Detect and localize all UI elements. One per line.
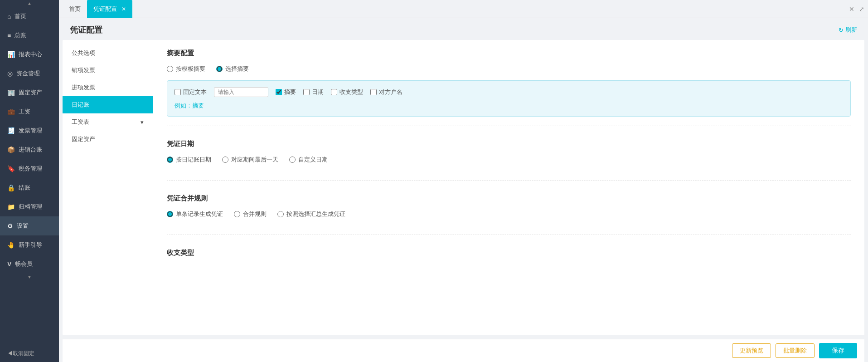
nav-item-fixed-assets-nav[interactable]: 固定资产 (63, 131, 153, 148)
sidebar-item-guide[interactable]: 🤚 新手引导 (0, 235, 59, 254)
main-area: 首页 凭证配置 ✕ ✕ ⤢ 凭证配置 ↻ 刷新 公共选项 (59, 0, 868, 362)
example-text: 例如：摘要 (175, 102, 204, 109)
save-button[interactable]: 保存 (819, 343, 857, 358)
update-preview-button[interactable]: 更新预览 (732, 343, 771, 358)
template-summary-radio[interactable] (167, 66, 173, 72)
summary-checkbox[interactable] (276, 89, 282, 95)
sidebar-item-label: 总账 (15, 31, 26, 39)
closing-icon: 🔒 (7, 184, 15, 191)
sidebar-item-home[interactable]: ⌂ 首页 (0, 7, 59, 26)
merge-rules-option[interactable]: 合并规则 (234, 210, 267, 218)
sidebar-item-closing[interactable]: 🔒 结账 (0, 178, 59, 197)
sidebar-item-general-ledger[interactable]: ≡ 总账 (0, 26, 59, 45)
last-day-period-label: 对应期间最后一天 (231, 156, 278, 164)
fixed-text-label: 固定文本 (183, 88, 207, 96)
counterpart-check-label: 对方户名 (379, 88, 402, 96)
refresh-button[interactable]: ↻ 刷新 (839, 26, 857, 34)
batch-delete-button[interactable]: 批量删除 (776, 343, 815, 358)
nav-item-sales-invoice[interactable]: 销项发票 (63, 62, 153, 79)
custom-date-radio[interactable] (289, 157, 296, 163)
merge-rules-radio-group: 单条记录生成凭证 合并规则 按照选择汇总生成凭证 (167, 210, 851, 218)
select-summary-radio[interactable] (216, 66, 223, 72)
nav-item-purchase-invoice[interactable]: 进项发票 (63, 79, 153, 96)
nav-item-label: 日记账 (72, 101, 89, 109)
sidebar-item-reports[interactable]: 📊 报表中心 (0, 45, 59, 64)
nav-item-payroll-table[interactable]: 工资表 ▾ (63, 113, 153, 131)
single-record-radio[interactable] (167, 211, 173, 217)
single-record-label: 单条记录生成凭证 (176, 210, 223, 218)
merge-rules-radio[interactable] (234, 211, 240, 217)
home-icon: ⌂ (7, 13, 11, 20)
sidebar-item-payroll[interactable]: 💼 工资 (0, 102, 59, 121)
nav-item-journal[interactable]: 日记账 (63, 96, 153, 113)
by-selection-radio[interactable] (277, 211, 284, 217)
last-day-period-radio[interactable] (222, 157, 228, 163)
sidebar-item-label: 发票管理 (19, 127, 42, 135)
voucher-date-radio-group: 按日记账日期 对应期间最后一天 自定义日期 (167, 156, 851, 164)
unpin-label: ◀取消固定 (7, 350, 34, 357)
nav-item-label: 公共选项 (72, 49, 95, 57)
summary-check-option[interactable]: 摘要 (276, 88, 296, 96)
counterpart-checkbox[interactable] (370, 89, 377, 95)
income-type-check-label: 收支类型 (339, 88, 363, 96)
income-type-check-option[interactable]: 收支类型 (331, 88, 363, 96)
income-type-checkbox[interactable] (331, 89, 337, 95)
bottom-bar: 更新预览 批量删除 保存 (63, 339, 864, 362)
summary-check-label: 摘要 (284, 88, 296, 96)
date-check-label: 日期 (312, 88, 324, 96)
summary-options-row: 固定文本 摘要 日期 (175, 87, 843, 97)
merge-rules-label: 合并规则 (243, 210, 267, 218)
template-summary-label: 按模板摘要 (176, 65, 205, 73)
tab-bar-actions: ✕ ⤢ (849, 5, 864, 13)
tab-home[interactable]: 首页 (63, 0, 87, 18)
sidebar-item-invoice-mgmt[interactable]: 🧾 发票管理 (0, 121, 59, 140)
summary-example: 例如：摘要 (175, 102, 843, 110)
select-summary-option[interactable]: 选择摘要 (216, 65, 249, 73)
nav-item-label: 进项发票 (72, 83, 95, 92)
sidebar-unpin-button[interactable]: ◀取消固定 (0, 345, 59, 362)
fixed-text-option[interactable]: 固定文本 (175, 88, 207, 96)
fixed-text-checkbox[interactable] (175, 89, 181, 95)
summary-radio-group: 按模板摘要 选择摘要 (167, 65, 851, 73)
sidebar-item-settings[interactable]: ⚙ 设置 (0, 216, 59, 235)
by-journal-date-radio[interactable] (167, 157, 173, 163)
sidebar-item-fixed-assets[interactable]: 🏢 固定资产 (0, 83, 59, 102)
member-icon: V (7, 260, 11, 268)
date-check-option[interactable]: 日期 (303, 88, 324, 96)
sidebar-scroll-down[interactable]: ▼ (0, 274, 59, 280)
sidebar-item-label: 工资 (19, 108, 30, 116)
expand-window-icon[interactable]: ⤢ (859, 5, 864, 13)
archive-icon: 📁 (7, 203, 15, 210)
custom-date-option[interactable]: 自定义日期 (289, 156, 328, 164)
fixed-text-input[interactable] (214, 87, 268, 97)
template-summary-option[interactable]: 按模板摘要 (167, 65, 205, 73)
income-type-section: 收支类型 (167, 249, 851, 274)
last-day-period-option[interactable]: 对应期间最后一天 (222, 156, 278, 164)
sidebar-item-funds[interactable]: ◎ 资金管理 (0, 64, 59, 83)
sidebar-item-tax-mgmt[interactable]: 🔖 税务管理 (0, 159, 59, 178)
ledger-icon: ≡ (7, 32, 11, 39)
nav-item-public-options[interactable]: 公共选项 (63, 44, 153, 62)
by-journal-date-label: 按日记账日期 (176, 156, 211, 164)
tab-home-label: 首页 (69, 5, 81, 13)
voucher-date-title: 凭证日期 (167, 140, 851, 148)
left-nav: 公共选项 销项发票 进项发票 日记账 工资表 ▾ 固定资产 (63, 40, 153, 335)
single-record-option[interactable]: 单条记录生成凭证 (167, 210, 223, 218)
by-journal-date-option[interactable]: 按日记账日期 (167, 156, 211, 164)
sidebar-item-label: 固定资产 (19, 88, 42, 97)
counterpart-check-option[interactable]: 对方户名 (370, 88, 402, 96)
tab-close-icon[interactable]: ✕ (121, 6, 126, 12)
custom-date-label: 自定义日期 (298, 156, 328, 164)
summary-options-box: 固定文本 摘要 日期 (167, 80, 851, 117)
sidebar-item-archive-mgmt[interactable]: 📁 归档管理 (0, 197, 59, 216)
sidebar-item-purchases-sales[interactable]: 📦 进销台账 (0, 140, 59, 159)
close-window-icon[interactable]: ✕ (849, 5, 854, 13)
summary-section: 摘要配置 按模板摘要 选择摘要 (167, 49, 851, 126)
tab-voucher-config[interactable]: 凭证配置 ✕ (87, 0, 132, 18)
sidebar-item-label: 结账 (19, 184, 30, 192)
sidebar-scroll-up[interactable]: ▲ (0, 0, 59, 7)
by-selection-option[interactable]: 按照选择汇总生成凭证 (277, 210, 345, 218)
date-checkbox[interactable] (303, 89, 310, 95)
purchases-icon: 📦 (7, 146, 15, 153)
sidebar-item-member[interactable]: V 畅会员 (0, 254, 59, 274)
